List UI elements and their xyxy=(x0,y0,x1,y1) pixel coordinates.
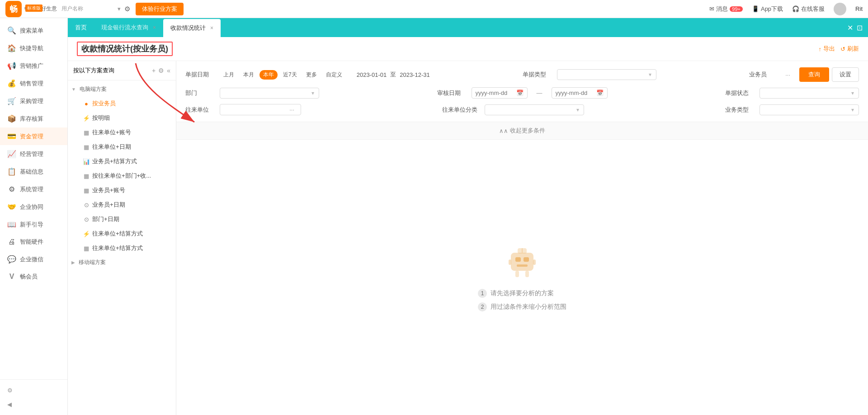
empty-robot-icon xyxy=(500,244,545,280)
sidebar-label-guide: 新手引导 xyxy=(20,221,43,229)
tab-bank-flow-close[interactable]: × xyxy=(153,24,156,31)
collapse-panel-btn[interactable]: « xyxy=(167,67,170,74)
dept-arrow-icon: ▾ xyxy=(311,90,314,96)
message-item[interactable]: ✉ 消息 99+ xyxy=(709,5,743,13)
sidebar-label-search: 搜索菜单 xyxy=(20,27,43,35)
tab-home[interactable]: 首页 xyxy=(68,18,94,37)
message-icon: ✉ xyxy=(709,5,714,12)
partner-select[interactable]: ··· xyxy=(220,104,301,115)
message-badge: 99+ xyxy=(730,6,743,12)
tab-collection-stats-close[interactable]: × xyxy=(210,25,213,31)
sidebar-label-marketing: 营销推广 xyxy=(20,62,43,70)
scheme-partner-date[interactable]: ▦ 往来单位+日期 xyxy=(73,140,176,154)
sidebar: 🔍 搜索菜单 🏠 快捷导航 📢 营销推广 💰 销售管理 🛒 采购管理 📦 库存核… xyxy=(0,18,68,415)
partner-category-select[interactable]: ▾ xyxy=(485,104,584,115)
svg-rect-0 xyxy=(511,253,533,271)
sidebar-item-guide[interactable]: 📖 新手引导 xyxy=(0,216,67,233)
tree-sub-desktop: ● 按业务员 ⚡ 按明细 ▦ 往来单位+账号 ▦ xyxy=(68,96,176,255)
date-tab-last-month[interactable]: 上月 xyxy=(220,70,238,80)
gear-icon[interactable]: ⚙ xyxy=(124,5,130,13)
dept-select[interactable]: ▾ xyxy=(220,88,319,99)
logo: 畅 畅捷通好生意 标准版 xyxy=(5,1,57,17)
review-date-to-input[interactable]: 📅 xyxy=(552,87,608,99)
scheme-partner-settlement1[interactable]: ⚡ 往来单位+结算方式 xyxy=(73,226,176,241)
review-date-from-input[interactable]: 📅 xyxy=(472,87,528,99)
partner-dept-icon: ▦ xyxy=(82,173,90,179)
export-button[interactable]: ↑ 导出 xyxy=(819,45,835,53)
tab-bank-flow[interactable]: 现金银行流水查询 × xyxy=(94,18,163,37)
query-button[interactable]: 查询 xyxy=(799,67,829,82)
svg-rect-4 xyxy=(509,259,511,265)
date-tab-this-year[interactable]: 本年 xyxy=(259,70,278,80)
collapse-more-conditions-btn[interactable]: ∧∧ 收起更多条件 xyxy=(499,127,545,135)
sidebar-item-smarthw[interactable]: 🖨 智能硬件 xyxy=(0,233,67,250)
scheme-salesperson-date[interactable]: ⊙ 业务员+日期 xyxy=(73,198,176,212)
calendar-to-icon[interactable]: 📅 xyxy=(596,90,604,96)
section-expand-icon: ▼ xyxy=(71,87,76,92)
sidebar-item-basic-info[interactable]: 📋 基础信息 xyxy=(0,163,67,180)
filter-settings-button[interactable]: 设置 xyxy=(832,67,859,82)
sidebar-item-search[interactable]: 🔍 搜索菜单 xyxy=(0,22,67,39)
voucher-status-arrow-icon: ▾ xyxy=(851,90,854,96)
sidebar-item-member[interactable]: V 畅会员 xyxy=(0,268,67,285)
sidebar-settings-btn[interactable]: ⚙ xyxy=(0,383,67,397)
partner-dots[interactable]: ··· xyxy=(289,106,294,113)
sidebar-item-finance[interactable]: 💳 资金管理 xyxy=(0,127,67,145)
review-date-to-field[interactable] xyxy=(556,90,596,96)
section-mobile[interactable]: ▶ 移动端方案 xyxy=(68,255,176,269)
sidebar-collapse-btn[interactable]: ◀ xyxy=(0,397,67,411)
sidebar-item-sales[interactable]: 💰 销售管理 xyxy=(0,75,67,92)
refresh-button[interactable]: ↺ 刷新 xyxy=(840,45,859,53)
voucher-type-select[interactable]: ▾ xyxy=(557,69,656,80)
left-panel-title: 按以下方案查询 xyxy=(73,66,114,75)
sidebar-item-enterprise[interactable]: 🤝 企业协同 xyxy=(0,198,67,216)
online-service-item[interactable]: 🎧 在线客服 xyxy=(792,5,825,13)
scheme-by-salesperson[interactable]: ● 按业务员 xyxy=(73,96,176,111)
scheme-salesperson-settlement[interactable]: 📊 业务员+结算方式 xyxy=(73,154,176,169)
scheme-partner-account[interactable]: ▦ 往来单位+账号 xyxy=(73,125,176,140)
add-scheme-btn[interactable]: + xyxy=(152,67,156,74)
export-icon: ↑ xyxy=(819,46,822,52)
date-tab-custom[interactable]: 自定义 xyxy=(322,70,346,80)
scheme-partner-settlement2[interactable]: ▦ 往来单位+结算方式 xyxy=(73,241,176,255)
scheme-partner-dept-collection[interactable]: ▦ 按往来单位+部门+收... xyxy=(73,169,176,183)
sidebar-label-sysmgmt: 系统管理 xyxy=(20,185,43,193)
sidebar-item-purchase[interactable]: 🛒 采购管理 xyxy=(0,92,67,110)
logo-icon: 畅 xyxy=(5,1,22,17)
trial-button[interactable]: 体验行业方案 xyxy=(136,3,184,15)
dropdown-arrow-icon[interactable]: ▾ xyxy=(118,5,121,12)
svg-rect-1 xyxy=(515,257,521,262)
date-tab-7days[interactable]: 近7天 xyxy=(279,70,301,80)
scheme-dept-date[interactable]: ⊙ 部门+日期 xyxy=(73,212,176,226)
purchase-icon: 🛒 xyxy=(7,97,16,105)
sysmgmt-icon: ⚙ xyxy=(7,185,16,193)
avatar[interactable] xyxy=(834,3,846,15)
sidebar-item-operations[interactable]: 📈 经营管理 xyxy=(0,145,67,163)
salesperson-dots[interactable]: ··· xyxy=(785,71,790,78)
date-tab-this-month[interactable]: 本月 xyxy=(240,70,258,80)
sidebar-item-inventory[interactable]: 📦 库存核算 xyxy=(0,110,67,127)
scheme-settings-btn[interactable]: ⚙ xyxy=(158,67,164,74)
voucher-type-arrow-icon: ▾ xyxy=(649,71,651,78)
scheme-salesperson-account[interactable]: ▦ 业务员+账号 xyxy=(73,183,176,198)
sidebar-label-smarthw: 智能硬件 xyxy=(20,238,43,246)
window-maximize-icon[interactable]: ⊡ xyxy=(857,24,863,32)
calendar-from-icon[interactable]: 📅 xyxy=(516,90,524,96)
sidebar-item-sysmgmt[interactable]: ⚙ 系统管理 xyxy=(0,180,67,198)
business-type-select[interactable]: ▾ xyxy=(760,104,859,115)
scheme-by-salesperson-label: 按业务员 xyxy=(92,99,116,108)
sidebar-item-wechat[interactable]: 💬 企业微信 xyxy=(0,250,67,268)
sidebar-item-quicknav[interactable]: 🏠 快捷导航 xyxy=(0,39,67,57)
app-download-item[interactable]: 📱 App下载 xyxy=(752,5,783,13)
empty-hint-1: 1 请先选择要分析的方案 xyxy=(478,289,566,298)
tab-collection-stats[interactable]: 收款情况统计 × xyxy=(163,19,221,37)
top-bar: 畅 畅捷通好生意 标准版 用户名称 ▾ ⚙ 体验行业方案 ✉ 消息 99+ 📱 … xyxy=(0,0,868,18)
window-close-icon[interactable]: ✕ xyxy=(847,24,853,32)
review-date-from-field[interactable] xyxy=(476,90,516,96)
left-panel-actions: + ⚙ « xyxy=(152,67,170,74)
section-desktop[interactable]: ▼ 电脑端方案 xyxy=(68,82,176,96)
sidebar-item-marketing[interactable]: 📢 营销推广 xyxy=(0,57,67,75)
scheme-by-detail[interactable]: ⚡ 按明细 xyxy=(73,111,176,125)
date-tab-more[interactable]: 更多 xyxy=(302,70,321,80)
voucher-status-select[interactable]: ▾ xyxy=(760,88,859,99)
